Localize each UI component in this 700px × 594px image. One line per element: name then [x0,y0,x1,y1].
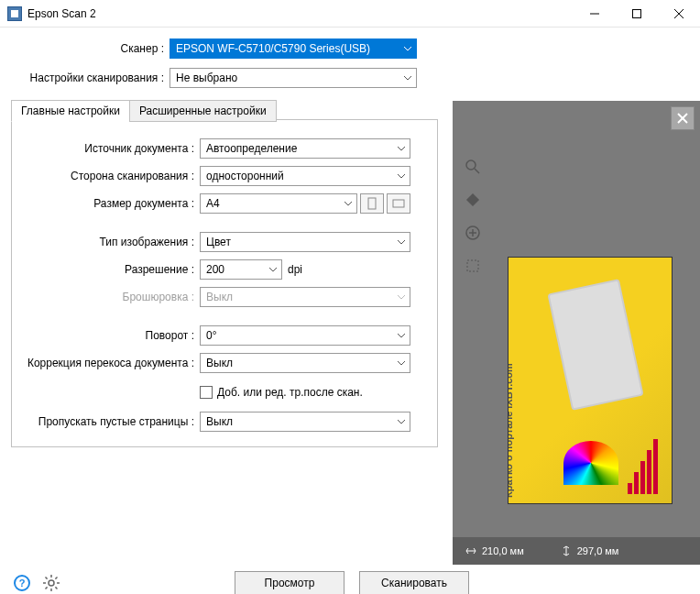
orientation-portrait-button[interactable] [360,193,384,214]
scanner-select[interactable]: EPSON WF-C5710/C5790 Series(USB) [170,38,417,59]
scanner-label: Сканер : [0,42,170,55]
rotate-label: Поворот : [21,329,200,342]
preview-tools [462,156,484,277]
preview-colorwheel-graphic [563,441,618,485]
chevron-down-icon [397,173,406,179]
svg-text:?: ? [19,578,26,588]
chevron-down-icon [397,333,406,338]
tab-strip: Главные настройки Расширенные настройки [11,100,276,122]
scan-settings-select[interactable]: Не выбрано [170,68,417,88]
close-button[interactable] [658,0,700,28]
image-type-label: Тип изображения : [21,236,200,248]
size-label: Размер документа : [21,197,200,210]
source-select[interactable]: Автоопределение [200,138,410,159]
chevron-down-icon [403,75,412,81]
svg-line-9 [475,169,479,173]
svg-line-24 [46,578,48,579]
titlebar: Epson Scan 2 [0,0,700,28]
preview-bars-graphic [628,439,664,494]
preview-phone-graphic [547,279,643,411]
preview-status-bar: 210,0 мм 297,0 мм [453,537,700,565]
side-select[interactable]: односторонний [200,166,410,186]
preview-image[interactable]: Кратко о портале iXBT.com [508,257,673,504]
width-icon [465,545,476,556]
side-label: Сторона сканирования : [21,170,200,182]
scan-settings-label: Настройки сканирования : [0,72,170,84]
svg-rect-10 [466,193,479,206]
svg-point-19 [49,580,54,586]
chevron-down-icon [344,201,353,206]
marquee-icon[interactable] [462,255,484,277]
close-preview-button[interactable] [671,106,695,130]
orientation-landscape-button[interactable] [387,193,410,214]
binding-label: Брошюровка : [21,291,200,303]
chevron-down-icon [397,146,406,151]
svg-point-8 [466,160,476,170]
chevron-down-icon [397,360,406,366]
add-marquee-icon[interactable] [462,222,484,244]
maximize-button[interactable] [616,0,658,28]
add-edit-after-scan-checkbox[interactable] [200,386,213,399]
chevron-down-icon [397,294,406,300]
chevron-down-icon [397,239,406,245]
skip-blank-select[interactable]: Выкл [200,412,410,432]
zoom-icon[interactable] [462,156,484,178]
svg-line-26 [46,587,48,588]
svg-rect-4 [368,198,376,209]
resolution-unit: dpi [288,263,302,276]
deskew-select[interactable]: Выкл [200,353,410,373]
window-title: Epson Scan 2 [27,7,574,20]
rotate-select[interactable]: 0° [200,325,410,346]
settings-panel: Главные настройки Расширенные настройки … [0,101,449,565]
image-type-select[interactable]: Цвет [200,232,410,252]
app-icon [7,6,22,21]
status-height: 297,0 мм [561,545,619,556]
resolution-select[interactable]: 200 [200,259,282,280]
chevron-down-icon [403,46,412,51]
svg-line-27 [55,578,57,579]
svg-line-25 [55,587,57,588]
scan-settings-value: Не выбрано [176,72,237,84]
add-edit-after-scan-label: Доб. или ред. тр.после скан. [217,386,363,399]
help-button[interactable]: ? [11,572,33,594]
svg-rect-5 [393,200,404,207]
svg-rect-1 [633,9,641,17]
settings-button[interactable] [40,572,62,594]
minimize-button[interactable] [574,0,616,28]
source-label: Источник документа : [21,142,200,155]
tab-advanced-settings[interactable]: Расширенные настройки [129,100,277,122]
main-area: Главные настройки Расширенные настройки … [0,101,700,565]
height-icon [561,545,572,556]
skip-blank-label: Пропускать пустые страницы : [21,415,200,428]
chevron-down-icon [268,267,278,272]
svg-rect-14 [467,260,478,271]
rotate-icon[interactable] [462,189,484,211]
size-select[interactable]: A4 [200,193,357,214]
preview-headline: Кратко о портале iXBT.com [509,363,514,498]
deskew-label: Коррекция перекоса документа : [21,357,200,369]
top-area: Сканер : EPSON WF-C5710/C5790 Series(USB… [0,28,700,101]
scan-button[interactable]: Сканировать [359,571,469,594]
tab-main-settings[interactable]: Главные настройки [11,100,130,122]
status-width: 210,0 мм [465,545,524,556]
resolution-label: Разрешение : [21,263,200,276]
chevron-down-icon [397,419,406,424]
preview-panel: Кратко о портале iXBT.com 210,0 мм 297,0… [453,101,700,565]
preview-thumbnail: Кратко о портале iXBT.com [509,258,672,503]
bottom-bar: ? Просмотр Сканировать [0,565,700,594]
tab-content: Источник документа : Автоопределение Сто… [12,119,437,446]
binding-select: Выкл [200,287,410,307]
scanner-value: EPSON WF-C5710/C5790 Series(USB) [176,42,370,55]
preview-button[interactable]: Просмотр [235,571,345,594]
tabs-container: Главные настройки Расширенные настройки … [11,119,438,447]
